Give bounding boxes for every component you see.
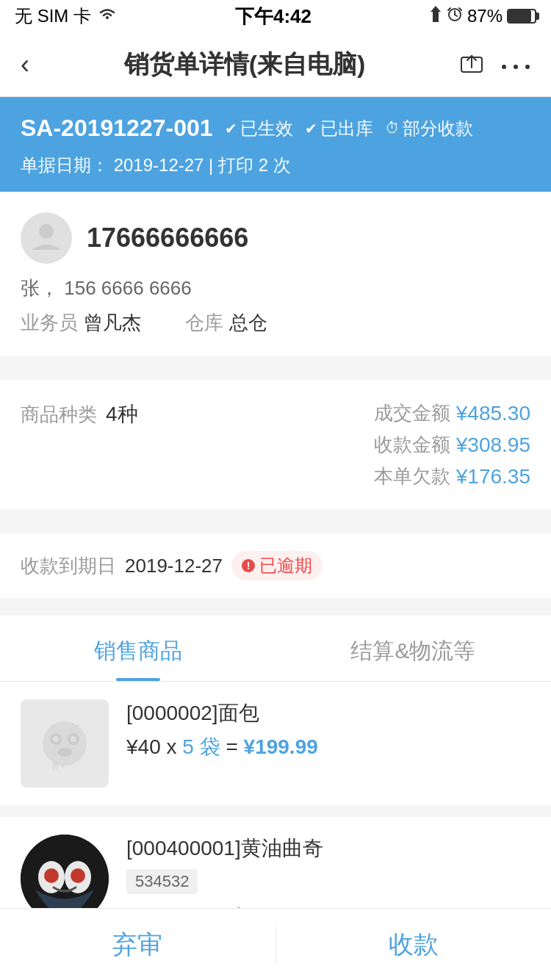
customer-phone: 17666666666 — [87, 223, 248, 253]
meta-date-value: 2019-12-27 — [114, 155, 204, 175]
stats-left: 商品种类 4种 — [21, 400, 276, 428]
customer-info-row: 业务员 曾凡杰 仓库 总仓 — [21, 310, 530, 336]
product-sku-2: 534532 — [126, 869, 198, 894]
stats-right: 成交金额 ¥485.30 收款金额 ¥308.95 本单欠款 ¥176.35 — [276, 400, 530, 489]
svg-line-3 — [455, 15, 457, 16]
order-header: SA-20191227-001 ✔ 已生效 ✔ 已出库 ⏱ 部分收款 单据日期：… — [0, 97, 551, 192]
svg-line-5 — [459, 8, 461, 10]
customer-alt-phone: 156 6666 6666 — [64, 277, 192, 299]
status-bar-right: 87% — [429, 6, 536, 26]
divider-1 — [0, 368, 551, 380]
meta-print-label: 打印 — [218, 155, 253, 175]
avatar — [21, 212, 72, 264]
stats-card: 商品种类 4种 成交金额 ¥485.30 收款金额 ¥308.95 本单欠款 ¥… — [0, 380, 551, 510]
status-bar-left: 无 SIM 卡 — [15, 4, 118, 28]
battery-percent: 87% — [467, 6, 503, 26]
svg-point-16 — [71, 736, 76, 742]
owed-value: ¥176.35 — [456, 465, 530, 489]
tab-sales-products[interactable]: 销售商品 — [0, 616, 276, 681]
status-bar-time: 下午4:42 — [235, 4, 311, 29]
status-effective: ✔ 已生效 — [225, 117, 293, 140]
page-title: 销货单详情(来自电脑) — [124, 48, 366, 82]
sales-value: 曾凡杰 — [84, 310, 141, 336]
svg-point-12 — [43, 721, 87, 765]
more-icon[interactable] — [501, 51, 530, 78]
carrier-label: 无 SIM 卡 — [15, 4, 91, 28]
list-item: 兽+ [0000002]面包 ¥40 x 5 袋 = ¥199.99 — [0, 682, 551, 805]
status-tags: ✔ 已生效 ✔ 已出库 ⏱ 部分收款 — [225, 117, 473, 140]
owed-row: 本单欠款 ¥176.35 — [374, 464, 530, 489]
received-row: 收款金额 ¥308.95 — [374, 432, 530, 458]
back-button[interactable]: ‹ — [21, 49, 29, 80]
divider-3 — [0, 604, 551, 616]
bottom-bar: 弃审 收款 — [0, 908, 551, 980]
due-date-label: 收款到期日 — [21, 553, 116, 579]
status-effective-label: 已生效 — [240, 117, 293, 140]
status-partial-label: 部分收款 — [403, 117, 473, 140]
reject-button[interactable]: 弃审 — [0, 928, 276, 962]
tab-settlement[interactable]: 结算&物流等 — [276, 616, 551, 681]
product-unit-1: 袋 — [200, 735, 220, 758]
status-partial: ⏱ 部分收款 — [385, 117, 473, 140]
customer-name-label: 张， — [21, 277, 59, 299]
status-bar: 无 SIM 卡 下午4:42 87% — [0, 0, 551, 32]
svg-point-8 — [502, 65, 506, 69]
amount-row: 成交金额 ¥485.30 — [374, 400, 530, 426]
customer-detail: 张， 156 6666 6666 — [21, 275, 530, 301]
sales-info: 业务员 曾凡杰 — [21, 310, 141, 336]
svg-point-10 — [525, 65, 530, 69]
product-types-label: 商品种类 — [21, 402, 97, 428]
avatar-icon — [30, 219, 62, 258]
check-icon-2: ✔ — [305, 120, 317, 137]
amount-value: ¥485.30 — [456, 402, 530, 425]
svg-point-23 — [71, 868, 85, 883]
product-name-2: [000400001]黄油曲奇 — [126, 835, 530, 862]
battery-icon — [507, 9, 536, 24]
tab-settlement-label: 结算&物流等 — [350, 638, 475, 663]
overdue-dot-icon: ! — [242, 559, 255, 572]
sales-label: 业务员 — [21, 310, 78, 336]
product-multiply-1: x — [167, 735, 183, 758]
wifi-icon — [97, 6, 118, 26]
meta-separator: | — [209, 155, 218, 175]
product-base-price-1: ¥40 — [126, 735, 161, 758]
warehouse-label: 仓库 — [185, 310, 223, 336]
svg-point-9 — [514, 65, 518, 69]
location-icon — [429, 6, 442, 26]
svg-point-11 — [39, 224, 54, 239]
svg-point-15 — [53, 736, 59, 742]
product-price-1: ¥40 x 5 袋 = ¥199.99 — [126, 733, 530, 761]
check-icon-1: ✔ — [225, 120, 237, 137]
svg-point-17 — [57, 748, 72, 757]
svg-line-4 — [448, 8, 450, 10]
svg-marker-0 — [431, 6, 441, 22]
due-date-value: 2019-12-27 — [125, 555, 223, 577]
product-name-1: [0000002]面包 — [126, 699, 530, 727]
meta-date-label: 单据日期： — [21, 155, 109, 175]
order-meta: 单据日期： 2019-12-27 | 打印 2 次 — [21, 154, 530, 177]
product-qty-1: 5 — [182, 735, 194, 758]
product-info-1: [0000002]面包 ¥40 x 5 袋 = ¥199.99 — [126, 699, 530, 761]
order-header-top: SA-20191227-001 ✔ 已生效 ✔ 已出库 ⏱ 部分收款 — [21, 115, 530, 142]
divider-2 — [0, 522, 551, 533]
tabs: 销售商品 结算&物流等 — [0, 616, 551, 682]
warehouse-info: 仓库 总仓 — [185, 310, 267, 336]
warehouse-value: 总仓 — [229, 310, 267, 336]
received-label: 收款金额 — [374, 432, 450, 458]
owed-label: 本单欠款 — [374, 464, 450, 489]
overdue-badge: ! 已逾期 — [231, 551, 323, 580]
overdue-label: 已逾期 — [259, 554, 312, 577]
product-types: 商品种类 4种 — [21, 400, 276, 428]
clock-icon: ⏱ — [385, 120, 400, 137]
customer-top: 17666666666 — [21, 212, 530, 264]
share-icon[interactable] — [460, 50, 483, 79]
svg-point-22 — [44, 868, 59, 883]
collect-button[interactable]: 收款 — [276, 928, 552, 962]
product-total-1: ¥199.99 — [244, 735, 318, 758]
customer-card: 17666666666 张， 156 6666 6666 业务员 曾凡杰 仓库 … — [0, 192, 551, 356]
nav-bar: ‹ 销货单详情(来自电脑) — [0, 32, 551, 97]
alarm-icon — [447, 6, 463, 26]
svg-text:兽+: 兽+ — [51, 761, 65, 771]
product-equals-1: = — [226, 735, 243, 758]
amount-label: 成交金额 — [374, 400, 450, 426]
